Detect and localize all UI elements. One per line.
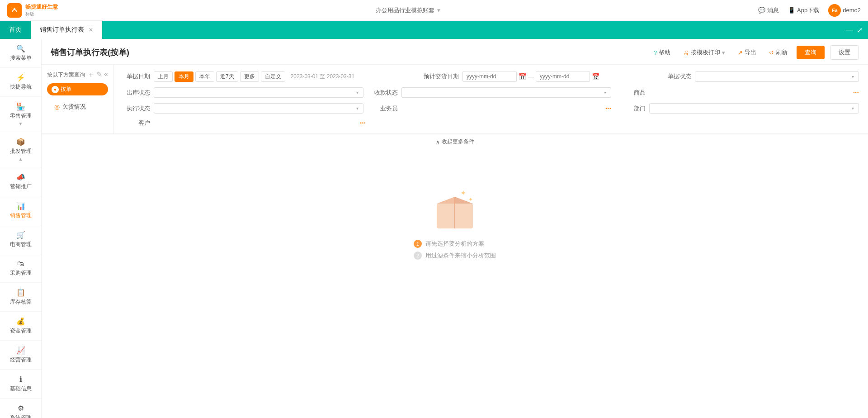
help-btn[interactable]: ? 帮助 xyxy=(650,47,674,58)
wholesale-icon: 📦 xyxy=(16,138,25,146)
date-period-btns: 上月 本月 本年 近7天 更多 自定义 xyxy=(154,71,285,82)
search-menu-icon: 🔍 xyxy=(16,44,25,53)
arrears-circle-icon: ◎ xyxy=(54,103,60,110)
customer-dots-btn[interactable]: ··· xyxy=(360,119,366,127)
sidebar-item-retail[interactable]: 🏪 零售管理 ▼ xyxy=(0,97,41,132)
sidebar-item-label: 资金管理 xyxy=(10,327,32,335)
receipt-status-arrow: ▾ xyxy=(604,90,606,95)
tab-minimize-icon[interactable]: — xyxy=(846,26,853,34)
print-btn[interactable]: 🖨 按模板打印 ▾ xyxy=(679,47,729,58)
salesperson-dots-btn[interactable]: ··· xyxy=(605,104,611,113)
last-month-btn[interactable]: 上月 xyxy=(154,71,173,82)
sales-exec-tab-label: 销售订单执行表 xyxy=(40,26,84,34)
add-plan-icon[interactable]: ＋ xyxy=(87,70,94,80)
goods-dots-btn[interactable]: ··· xyxy=(853,89,859,97)
sidebar-item-label: 经营管理 xyxy=(10,356,32,364)
sidebar-item-operations[interactable]: 📈 经营管理 xyxy=(0,341,41,370)
marketing-icon: 📣 xyxy=(16,173,25,181)
breadcrumb[interactable]: 办公用品行业模拟账套 ▾ xyxy=(376,6,440,14)
sidebar-item-label: 零售管理 xyxy=(10,112,32,120)
user-avatar[interactable]: Ea demo2 xyxy=(828,4,861,17)
download-icon: 📱 xyxy=(788,7,795,14)
arrears-label: 欠货情况 xyxy=(62,103,86,111)
receipt-status-filter: 收款状态 ▾ xyxy=(371,87,611,98)
inventory-icon: 📋 xyxy=(16,288,25,297)
sidebar-item-inventory[interactable]: 📋 库存核算 xyxy=(0,283,41,312)
last-7-days-btn[interactable]: 近7天 xyxy=(216,71,238,82)
sidebar-item-basic-info[interactable]: ℹ 基础信息 xyxy=(0,370,41,399)
tab-close-icon[interactable]: ✕ xyxy=(89,27,93,33)
operations-icon: 📈 xyxy=(16,346,25,355)
empty-hints: 1 请先选择要分析的方案 2 用过滤条件来缩小分析范围 xyxy=(414,240,496,263)
sidebar-item-marketing[interactable]: 📣 营销推广 xyxy=(0,167,41,196)
filter-row-3: 执行状态 ▾ 业务员 ··· xyxy=(123,103,859,114)
calendar-icon-end: 📅 xyxy=(592,73,599,80)
press-order-label: 按单 xyxy=(61,86,71,93)
export-btn[interactable]: ↗ 导出 xyxy=(734,47,760,58)
hint-num-2: 2 xyxy=(414,252,422,260)
app-download-btn[interactable]: 📱 App下载 xyxy=(788,6,819,14)
exec-status-label: 执行状态 xyxy=(123,104,150,113)
sidebar-item-system[interactable]: ⚙ 系统管理 xyxy=(0,399,41,418)
quick-nav-icon: ⚡ xyxy=(16,73,25,82)
finance-icon: 💰 xyxy=(16,317,25,326)
sidebar-item-sales-mgmt[interactable]: 📊 销售管理 xyxy=(0,196,41,225)
page-actions: ? 帮助 🖨 按模板打印 ▾ ↗ 导出 ↺ 刷新 xyxy=(650,45,859,60)
tab-sales-exec[interactable]: 销售订单执行表 ✕ xyxy=(31,21,102,39)
logo-text: 畅捷通好生意 标版 xyxy=(25,3,58,17)
more-btn[interactable]: 更多 xyxy=(240,71,259,82)
out-status-label: 出库状态 xyxy=(123,89,150,97)
top-header: 畅捷通好生意 标版 办公用品行业模拟账套 ▾ 💬 消息 📱 App下载 Ea d… xyxy=(0,0,868,21)
exec-status-select[interactable]: ▾ xyxy=(154,103,363,114)
exec-status-filter: 执行状态 ▾ xyxy=(123,103,363,114)
refresh-btn[interactable]: ↺ 刷新 xyxy=(765,47,791,58)
breadcrumb-label: 办公用品行业模拟账套 xyxy=(376,6,434,14)
sidebar-item-label: 基础信息 xyxy=(10,385,32,393)
filter-row-1: 单据日期 上月 本月 本年 近7天 更多 自定义 2023-03-01 至 20… xyxy=(123,71,859,82)
message-btn[interactable]: 💬 消息 xyxy=(758,6,779,14)
tab-maximize-icon[interactable]: ⤢ xyxy=(857,26,863,34)
sidebar-item-quick-nav[interactable]: ⚡ 快捷导航 xyxy=(0,68,41,97)
sidebar-item-search-menu[interactable]: 🔍 搜索菜单 xyxy=(0,39,41,68)
print-dropdown-icon[interactable]: ▾ xyxy=(722,49,725,56)
this-year-btn[interactable]: 本年 xyxy=(195,71,214,82)
delivery-label: 预计交货日期 xyxy=(423,72,459,81)
receipt-status-select[interactable]: ▾ xyxy=(401,87,611,98)
sidebar-item-ecommerce[interactable]: 🛒 电商管理 xyxy=(0,225,41,254)
svg-point-0 xyxy=(10,6,19,15)
logo-icon xyxy=(7,3,22,18)
press-order-btn[interactable]: ● 按单 xyxy=(47,83,108,95)
status-select[interactable]: ▾ xyxy=(695,71,859,82)
out-status-select[interactable]: ▾ xyxy=(154,87,363,98)
sidebar-item-label: 系统管理 xyxy=(10,414,32,418)
query-btn[interactable]: 查询 xyxy=(797,46,825,59)
retail-icon: 🏪 xyxy=(16,102,25,111)
department-filter: 部门 ▾ xyxy=(618,103,859,114)
empty-state: ✦ ✦ 1 请先选择要分析的方案 2 用过滤条件来缩小分析范围 xyxy=(42,149,868,299)
collapse-label: 收起更多条件 xyxy=(442,138,474,146)
tab-bar: 首页 销售订单执行表 ✕ — ⤢ xyxy=(0,21,868,39)
sidebar-item-finance[interactable]: 💰 资金管理 xyxy=(0,312,41,341)
tab-home[interactable]: 首页 xyxy=(0,21,31,39)
collapse-more-btn[interactable]: ∧ 收起更多条件 xyxy=(42,134,868,149)
sidebar-item-purchase[interactable]: 🛍 采购管理 xyxy=(0,254,41,283)
press-order-icon: ● xyxy=(52,86,59,93)
system-icon: ⚙ xyxy=(18,404,24,413)
empty-hint-2: 2 用过滤条件来缩小分析范围 xyxy=(414,252,496,260)
salesperson-filter: 业务员 ··· xyxy=(371,104,611,113)
collapse-plan-icon[interactable]: « xyxy=(104,70,108,80)
sidebar-item-wholesale[interactable]: 📦 批发管理 ▲ xyxy=(0,132,41,167)
chevron-down-icon[interactable]: ▾ xyxy=(437,7,440,14)
department-select[interactable]: ▾ xyxy=(649,103,859,114)
end-date-input[interactable] xyxy=(536,71,590,82)
collapse-arrow-icon: ∧ xyxy=(436,139,440,145)
edit-plan-icon[interactable]: ✎ xyxy=(96,70,102,80)
date-input-group: 📅 — 📅 xyxy=(462,71,599,82)
this-month-btn[interactable]: 本月 xyxy=(175,71,193,82)
start-date-input[interactable] xyxy=(462,71,517,82)
filter-left-title: 按以下方案查询 ＋ ✎ « xyxy=(47,70,108,80)
custom-btn[interactable]: 自定义 xyxy=(261,71,285,82)
arrears-item[interactable]: ◎ 欠货情况 xyxy=(47,99,108,114)
settings-btn[interactable]: 设置 xyxy=(830,45,859,60)
empty-hint-1: 1 请先选择要分析的方案 xyxy=(414,240,496,248)
